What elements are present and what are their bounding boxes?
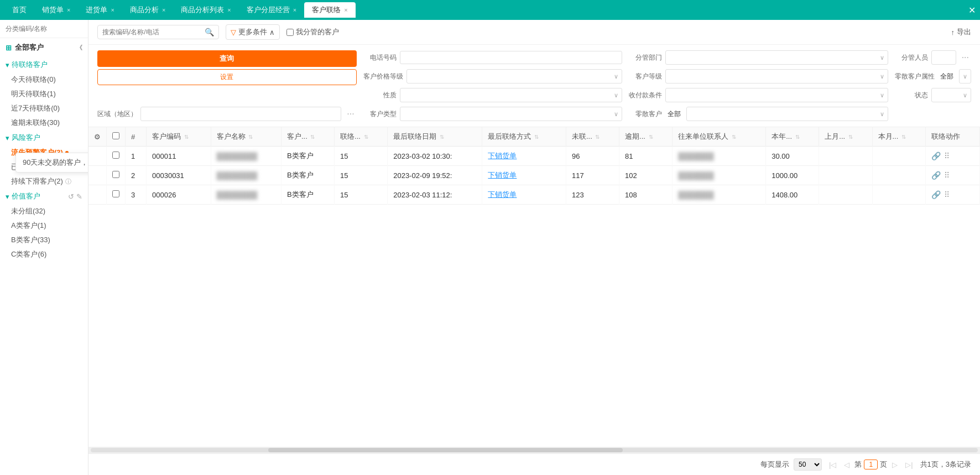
tab-analysis-list-close[interactable]: × [227,7,231,13]
customer-type-select[interactable]: ∨ [400,107,623,121]
retail-customer-select[interactable]: ∨ [686,107,888,121]
scrollbar-thumb[interactable] [268,448,623,452]
col-overdue[interactable]: 逾期... ⇅ [619,127,673,147]
tab-analysis-label: 商品分析 [130,5,159,15]
export-btn[interactable]: ↑ 导出 [951,27,972,37]
tab-sales-close[interactable]: × [67,7,70,13]
search-box[interactable]: 🔍 [97,25,219,39]
col-contact[interactable]: 联络... ⇅ [335,127,388,147]
tab-home[interactable]: 首页 [4,2,34,18]
sidebar-item-unsorted[interactable]: 未分组(32) [0,204,88,218]
col-unit-contact[interactable]: 往来单位联系人 ⇅ [673,127,766,147]
sidebar-item-today[interactable]: 今天待联络(0) [0,72,88,87]
nature-select[interactable]: ∨ [400,88,623,102]
search-icon[interactable]: 🔍 [205,28,214,36]
sidebar-section-risk[interactable]: ▾ 风险客户 [0,130,88,145]
search-input[interactable] [102,28,205,36]
all-customers-header[interactable]: ⊞ 全部客户 《 [0,38,88,57]
prev-page-btn[interactable]: ◁ [841,460,852,470]
manager-dots[interactable]: ··· [960,53,971,62]
last-page-btn[interactable]: ▷| [903,460,915,470]
refresh-icon[interactable]: ↺ [68,192,74,201]
next-page-btn[interactable]: ▷ [889,460,900,470]
my-customers-check[interactable] [286,29,294,36]
col-this-month-label: 本月... [878,132,899,140]
settings-button[interactable]: 设置 [97,69,357,85]
payment-label: 收付款条件 [629,91,662,100]
my-customers-checkbox[interactable]: 我分管的客户 [286,27,339,37]
row-check-1[interactable] [112,171,119,178]
col-type[interactable]: 客户... ⇅ [281,127,334,147]
page-size-select[interactable]: 50 100 200 [794,458,822,471]
tab-customer-segment-close[interactable]: × [293,7,296,13]
sidebar-item-overdue-contact[interactable]: 逾期未联络(30) [0,116,88,130]
sidebar-section-pending[interactable]: ▾ 待联络客户 [0,57,88,72]
query-button[interactable]: 查询 [97,50,357,67]
sidebar-item-class-c[interactable]: C类客户(6) [0,247,88,262]
horizontal-scrollbar[interactable] [88,447,980,453]
row-checkbox-2[interactable] [107,185,126,205]
row-checkbox-0[interactable] [107,147,126,166]
tab-analysis-list[interactable]: 商品分析列表 × [173,2,238,18]
sidebar-section-value[interactable]: ▾ 价值客户 ↺ ✎ [0,189,88,204]
select-all-checkbox[interactable] [112,132,119,139]
first-page-btn[interactable]: |◁ [826,460,839,470]
tab-analysis-close[interactable]: × [162,7,165,13]
col-not-contacted[interactable]: 未联... ⇅ [566,127,619,147]
sidebar-search-box[interactable]: 🔍 [0,20,88,38]
sidebar-item-class-a[interactable]: A类客户(1) [0,218,88,233]
action-link-1[interactable]: 🔗 [931,171,941,180]
tab-purchase-close[interactable]: × [111,7,114,13]
price-level-select[interactable]: ∨ [406,69,623,83]
row-check-2[interactable] [112,190,119,197]
action-grid-0[interactable]: ⠿ [944,152,950,160]
sidebar-item-week[interactable]: 近7天待联络(0) [0,101,88,116]
col-last-date[interactable]: 最后联络日期 ⇅ [388,127,482,147]
col-name[interactable]: 客户名称 ⇅ [211,127,281,147]
action-link-0[interactable]: 🔗 [931,152,941,160]
row-checkbox-1[interactable] [107,166,126,185]
col-this-year[interactable]: 本年... ⇅ [766,127,819,147]
tab-purchase[interactable]: 进货单 × [78,2,122,18]
region-select[interactable] [140,107,341,121]
sidebar-search-input[interactable] [6,25,88,33]
sidebar-item-declining[interactable]: 持续下滑客户(2) ⓘ [0,174,88,189]
phone-input[interactable] [400,51,623,64]
tab-customer-segment[interactable]: 客户分层经营 × [239,2,304,18]
col-settings[interactable]: ⚙ [88,127,107,147]
row-last-method-0[interactable]: 下销货单 [482,147,566,166]
action-grid-2[interactable]: ⠿ [944,190,950,199]
tab-customer-contact[interactable]: 客户联络 × [304,2,355,18]
col-last-method[interactable]: 最后联络方式 ⇅ [482,127,566,147]
region-dots[interactable]: ··· [345,109,356,119]
payment-select[interactable]: ∨ [665,88,888,102]
edit-icon[interactable]: ✎ [76,192,82,201]
col-code[interactable]: 客户编码 ⇅ [146,127,211,147]
sidebar: 🔍 ⊞ 全部客户 《 ▾ 待联络客户 今天待联络(0) 明天待联络(1) 近7天… [0,20,88,475]
dept-select[interactable]: ∨ [665,50,888,65]
manager-select[interactable] [931,50,956,65]
close-window-button[interactable]: ✕ [968,5,976,15]
col-not-contacted-label: 未联... [572,132,592,140]
sort-icon-last-date: ⇅ [440,134,444,140]
col-this-month[interactable]: 本月... ⇅ [872,127,925,147]
tab-analysis[interactable]: 商品分析 × [122,2,173,18]
status-select[interactable]: ∨ [931,88,971,102]
row-last-method-2[interactable]: 下销货单 [482,185,566,205]
action-grid-1[interactable]: ⠿ [944,171,950,180]
filter-region: 区域（地区） ··· [97,107,357,121]
tab-customer-contact-close[interactable]: × [344,7,347,13]
retail-attr-select[interactable]: ∨ [959,69,971,83]
filter-actions: 查询 设置 [97,50,357,102]
col-checkbox[interactable] [107,127,126,147]
row-last-method-1[interactable]: 下销货单 [482,166,566,185]
tab-sales[interactable]: 销货单 × [34,2,78,18]
sidebar-item-tomorrow[interactable]: 明天待联络(1) [0,87,88,101]
col-overdue-label: 逾期... [625,132,645,140]
action-link-2[interactable]: 🔗 [931,190,941,199]
col-last-month[interactable]: 上月... ⇅ [819,127,872,147]
sidebar-item-class-b[interactable]: B类客户(33) [0,233,88,247]
customer-level-select[interactable]: ∨ [665,69,888,83]
more-conditions-btn[interactable]: ▽ 更多条件 ∧ [226,24,280,40]
row-check-0[interactable] [112,152,119,159]
